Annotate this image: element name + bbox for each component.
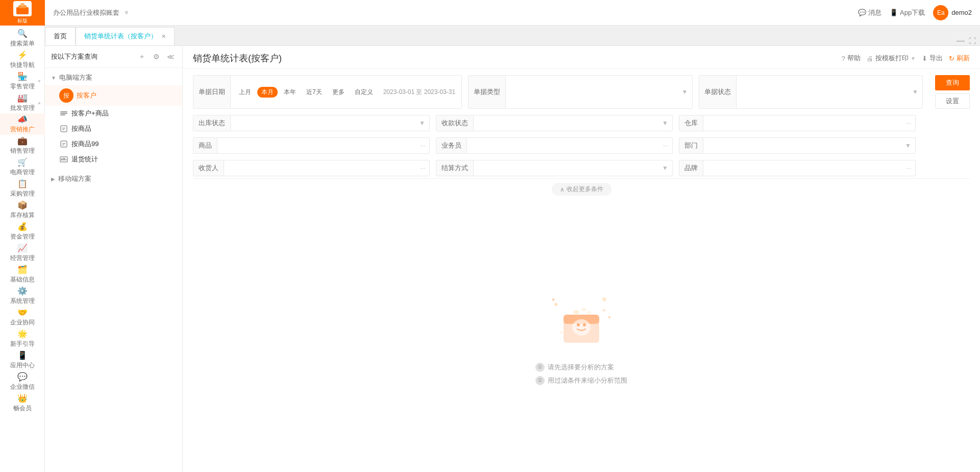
goods-dots-icon[interactable]: ··· (416, 142, 429, 149)
date-tab-custom[interactable]: 自定义 (351, 87, 377, 98)
logo-icon (13, 1, 32, 16)
query-button[interactable]: 查询 (935, 75, 970, 90)
sidebar-item-ecommerce-label: 电商管理 (10, 168, 35, 177)
svg-text:✦: ✦ (551, 296, 556, 303)
sidebar-item-system[interactable]: ⚙️ 系统管理 (0, 285, 45, 306)
tab-home[interactable]: 首页 (45, 27, 76, 45)
sidebar-item-sales[interactable]: 💼 销售管理 (0, 135, 45, 156)
content: 按以下方案查询 ＋ ⚙ ≪ ▼ 电脑端方案 按 按客户 (45, 46, 980, 472)
tab-minimize-icon[interactable]: — (957, 36, 965, 45)
svg-point-20 (583, 323, 586, 326)
tab-close-icon[interactable]: ✕ (161, 33, 166, 40)
date-tab-more[interactable]: 更多 (328, 87, 349, 98)
scheme-settings-button[interactable]: ⚙ (151, 51, 162, 62)
user-area[interactable]: Ea demo2 (933, 5, 972, 20)
scheme-collapse-button[interactable]: ≪ (165, 51, 176, 62)
help-button[interactable]: ? 帮助 (842, 54, 861, 63)
tab-sales-stat[interactable]: 销货单统计表（按客户） ✕ (76, 27, 175, 45)
sales-icon: 💼 (17, 136, 28, 146)
by-customer-label: 按客户 (77, 91, 96, 100)
collapse-row: ∧ 收起更多条件 (193, 178, 970, 200)
by-customer-goods-icon (59, 109, 68, 118)
scheme-item-by-customer[interactable]: 按 按客户 (45, 85, 182, 106)
salesman-dots-icon[interactable]: ··· (659, 142, 672, 149)
goods-filter[interactable]: 商品 ··· (193, 137, 430, 154)
app-download-button[interactable]: 📱 App下载 (890, 8, 925, 17)
scheme-group-mobile-title[interactable]: ▶ 移动端方案 (45, 171, 182, 186)
scheme-item-by-goods-99[interactable]: 按商品99 (45, 136, 182, 152)
sidebar-item-newguide[interactable]: 🌟 新手引导 (0, 328, 45, 349)
sidebar-item-system-label: 系统管理 (10, 297, 35, 305)
scheme-add-button[interactable]: ＋ (136, 51, 148, 62)
date-tab-thisyear[interactable]: 本年 (280, 87, 300, 98)
sidebar-item-shortcuts[interactable]: ⚡ 快捷导航 (0, 49, 45, 70)
svg-rect-8 (62, 129, 64, 130)
sidebar-item-ecommerce[interactable]: 🛒 电商管理 (0, 156, 45, 178)
empty-illustration: ✦ ✦ (546, 289, 617, 350)
status-label: 单据状态 (699, 76, 737, 108)
out-status-filter[interactable]: 出库状态 ▼ (193, 115, 430, 131)
warehouse-dots-icon[interactable]: ··· (902, 120, 915, 127)
print-arrow-icon: ▼ (911, 56, 916, 61)
warehouse-filter[interactable]: 仓库 ··· (679, 115, 916, 131)
date-tab-7days[interactable]: 近7天 (302, 87, 326, 98)
sidebar-item-wechat[interactable]: 💬 企业微信 (0, 371, 45, 392)
receiver-dots-icon[interactable]: ··· (416, 164, 429, 172)
svg-point-22 (602, 297, 606, 301)
salesman-filter[interactable]: 业务员 ··· (436, 137, 673, 154)
collect-status-filter[interactable]: 收款状态 ▼ (436, 115, 673, 131)
print-button[interactable]: 🖨 按模板打印 ▼ (867, 54, 916, 63)
download-icon: 📱 (890, 9, 898, 16)
settle-filter[interactable]: 结算方式 ▼ (436, 160, 673, 176)
sidebar-item-appcenter[interactable]: 📱 应用中心 (0, 349, 45, 371)
sidebar-item-retail[interactable]: 🏪 零售管理 ▼ (0, 70, 45, 92)
dept-filter[interactable]: 部门 ▼ (679, 137, 916, 154)
scheme-group-desktop-title[interactable]: ▼ 电脑端方案 (45, 70, 182, 85)
brand-dots-icon[interactable]: ··· (902, 164, 915, 172)
date-tab-thismonth[interactable]: 本月 (257, 87, 278, 98)
hint-num-2: ② (535, 376, 545, 385)
settings-button[interactable]: 设置 (935, 93, 970, 109)
type-filter[interactable]: 单据类型 ▼ (468, 75, 693, 109)
svg-point-29 (587, 311, 591, 314)
date-tab-lastmonth[interactable]: 上月 (235, 87, 255, 98)
scheme-item-by-customer-goods[interactable]: 按客户+商品 (45, 106, 182, 121)
logo-area: 标版 (0, 0, 45, 26)
sidebar-item-operation-label: 经营管理 (10, 254, 35, 263)
sidebar-item-operation[interactable]: 📈 经营管理 (0, 242, 45, 264)
brand-filter[interactable]: 品牌 ··· (679, 160, 916, 176)
receiver-filter[interactable]: 收货人 ··· (193, 160, 430, 176)
message-button[interactable]: 💬 消息 (858, 8, 881, 17)
empty-hints: ① 请先选择要分析的方案 ② 用过滤条件来缩小分析范围 (535, 363, 627, 389)
sidebar-item-purchase[interactable]: 📋 采购管理 (0, 178, 45, 199)
svg-rect-7 (62, 128, 65, 129)
collapse-button[interactable]: ∧ 收起更多条件 (552, 183, 611, 196)
tab-expand-icon[interactable]: ⛶ (969, 37, 976, 45)
sidebar-item-search[interactable]: 🔍 搜索菜单 (0, 28, 45, 49)
export-button[interactable]: ⬇ 导出 (922, 54, 943, 63)
sidebar-item-enterprise[interactable]: 🤝 企业协同 (0, 306, 45, 328)
breadcrumb-arrow: ▼ (124, 9, 130, 16)
status-filter[interactable]: 单据状态 ▼ (699, 75, 923, 109)
sidebar-item-member[interactable]: 👑 畅会员 (0, 392, 45, 414)
date-label: 单据日期 (193, 76, 231, 108)
svg-rect-15 (65, 159, 66, 160)
message-label: 消息 (868, 8, 881, 17)
sidebar-item-basic[interactable]: 🗂️ 基础信息 (0, 264, 45, 285)
sidebar-item-marketing[interactable]: 📣 营销推广 (0, 113, 45, 135)
sidebar-item-wholesale[interactable]: 🏭 批发管理 ▲ (0, 92, 45, 113)
sidebar-item-sales-label: 销售管理 (10, 147, 35, 155)
tab-bar: 首页 销货单统计表（按客户） ✕ — ⛶ (45, 26, 980, 46)
sidebar-item-finance[interactable]: 💰 资金管理 (0, 221, 45, 242)
tab-sales-stat-label: 销货单统计表（按客户） (84, 32, 157, 41)
by-customer-goods-label: 按客户+商品 (71, 109, 109, 118)
sidebar-item-inventory[interactable]: 📦 库存核算 (0, 199, 45, 221)
scheme-item-by-goods[interactable]: 按商品 (45, 121, 182, 136)
refresh-button[interactable]: ↻ 刷新 (949, 54, 970, 63)
scheme-item-return-stat[interactable]: 退货统计 (45, 152, 182, 167)
sidebar-item-search-label: 搜索菜单 (10, 39, 35, 48)
marketing-icon: 📣 (17, 114, 28, 124)
refresh-label: 刷新 (957, 54, 970, 63)
by-goods-99-label: 按商品99 (71, 139, 99, 149)
empty-svg: ✦ ✦ (546, 289, 617, 350)
